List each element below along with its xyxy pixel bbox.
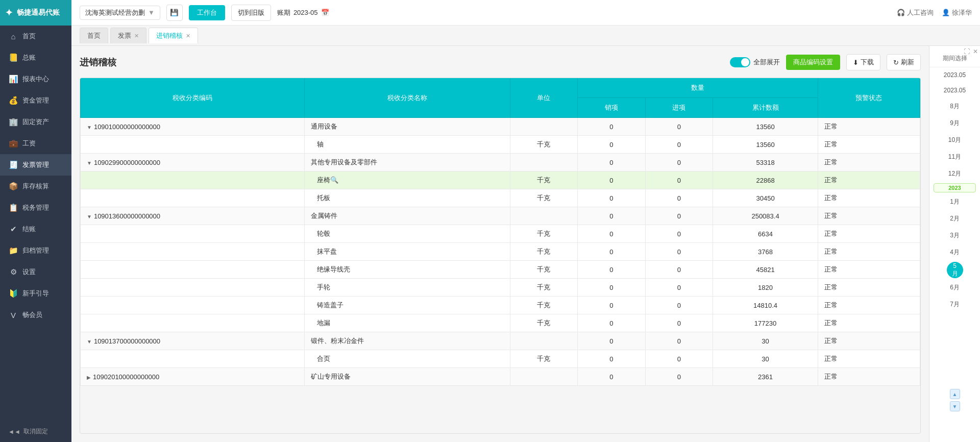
switch-version-button[interactable]: 切到旧版: [231, 5, 271, 21]
cell-purchase: 0: [645, 350, 713, 368]
invoice-icon: 🧾: [8, 160, 18, 169]
expand-all-toggle[interactable]: 全部展开: [730, 57, 780, 67]
tab-home-label: 首页: [87, 31, 101, 40]
sidebar-item-home[interactable]: ⌂ 首页: [0, 26, 71, 47]
cell-name: 轮毂: [305, 225, 510, 243]
th-sales: 销项: [578, 98, 645, 118]
tabbar: 首页 发票 ✕ 进销稽核 ✕: [71, 26, 980, 46]
funds-icon: 💰: [8, 96, 18, 105]
period-item-12[interactable]: 5月: [947, 262, 963, 278]
app-logo: ✦ 畅捷通易代账: [0, 0, 71, 26]
cell-sales: 0: [578, 243, 645, 261]
cell-unit: 千克: [510, 225, 577, 243]
cell-unit: 千克: [510, 350, 577, 368]
cell-status: 正常: [818, 314, 920, 332]
cell-unit: 千克: [510, 243, 577, 261]
close-panel-btn[interactable]: ✕: [973, 48, 978, 55]
cell-code: [81, 136, 305, 154]
cell-total: 30: [713, 350, 818, 368]
th-purchase: 进项: [645, 98, 713, 118]
cell-sales: 0: [578, 368, 645, 386]
period-item-3[interactable]: 9月: [929, 115, 980, 132]
period-item-10[interactable]: 3月: [929, 227, 980, 244]
cell-unit: [510, 368, 577, 386]
period-item-6[interactable]: 12月: [929, 165, 980, 182]
cell-name: 托板: [305, 189, 510, 207]
period-item-4[interactable]: 10月: [929, 132, 980, 149]
guide-icon: 🔰: [8, 289, 18, 298]
tab-home[interactable]: 首页: [80, 28, 108, 43]
workbench-button[interactable]: 工作台: [189, 5, 225, 20]
download-btn[interactable]: ⬇ 下载: [846, 54, 880, 70]
sidebar-item-salary[interactable]: 💼 工资: [0, 133, 71, 154]
cell-sales: 0: [578, 225, 645, 243]
period-item-7[interactable]: 2023: [934, 183, 976, 192]
search-icon[interactable]: 🔍: [330, 176, 338, 184]
sidebar-item-ledger[interactable]: 📒 总账: [0, 47, 71, 68]
period-item-11[interactable]: 4月: [929, 244, 980, 261]
sidebar-label-settings: 设置: [22, 267, 36, 277]
service-btn[interactable]: 🎧 人工咨询: [897, 8, 934, 17]
sidebar-item-reports[interactable]: 📊 报表中心: [0, 68, 71, 90]
cell-name: 锻件、粉末冶金件: [305, 332, 510, 350]
sidebar-item-inventory[interactable]: 📦 库存核算: [0, 176, 71, 197]
scroll-down-btn[interactable]: ▼: [950, 401, 960, 411]
tab-invoice-close[interactable]: ✕: [134, 33, 139, 39]
cell-total: 53318: [713, 154, 818, 171]
save-button[interactable]: 💾: [166, 5, 183, 21]
main-content: 沈海英测试经营勿删 ▼ 💾 工作台 切到旧版 账期 2023-05 📅 🎧 人工…: [71, 0, 980, 442]
user-menu[interactable]: 👤 徐泽华: [942, 8, 972, 17]
sidebar-item-archive[interactable]: 📁 归档管理: [0, 240, 71, 261]
tab-reconciliation[interactable]: 进销稽核 ✕: [149, 28, 198, 43]
cell-unit: 千克: [510, 136, 577, 154]
cell-code: [81, 225, 305, 243]
reports-icon: 📊: [8, 75, 18, 84]
tab-reconciliation-close[interactable]: ✕: [186, 33, 190, 39]
period-item-2[interactable]: 8月: [929, 98, 980, 115]
cell-unit: 千克: [510, 261, 577, 279]
period-item-9[interactable]: 2月: [929, 210, 980, 227]
sidebar-item-member[interactable]: V 畅会员: [0, 304, 71, 326]
period-item-1[interactable]: 2023.05: [929, 83, 980, 98]
scroll-up-btn[interactable]: ▲: [950, 389, 960, 399]
sidebar-item-funds[interactable]: 💰 资金管理: [0, 90, 71, 111]
toggle-switch[interactable]: [730, 57, 750, 67]
tab-invoice[interactable]: 发票 ✕: [110, 28, 146, 43]
cell-sales: 0: [578, 279, 645, 297]
cell-status: 正常: [818, 207, 920, 225]
refresh-btn[interactable]: ↻ 刷新: [887, 54, 921, 70]
period-item-0[interactable]: 2023.05: [929, 67, 980, 83]
sidebar-item-settings[interactable]: ⚙ 设置: [0, 261, 71, 283]
cell-unit: 千克: [510, 297, 577, 314]
topbar: 沈海英测试经营勿删 ▼ 💾 工作台 切到旧版 账期 2023-05 📅 🎧 人工…: [71, 0, 980, 26]
cell-status: 正常: [818, 368, 920, 386]
company-selector[interactable]: 沈海英测试经营勿删 ▼: [80, 6, 160, 20]
period-display: 账期 2023-05 📅: [277, 8, 329, 17]
cancel-pin-btn[interactable]: ◄◄ 取消固定: [0, 421, 71, 442]
sidebar-item-guide[interactable]: 🔰 新手引导: [0, 283, 71, 304]
cell-code: [81, 171, 305, 189]
cell-name: 抹平盘: [305, 243, 510, 261]
calendar-icon[interactable]: 📅: [321, 9, 329, 16]
page-actions: 全部展开 商品编码设置 ⬇ 下载 ↻ 刷新: [730, 54, 921, 70]
maximize-panel-btn[interactable]: ⛶: [964, 48, 970, 55]
period-item-5[interactable]: 11月: [929, 149, 980, 165]
page-title: 进销稽核: [80, 56, 116, 68]
cell-status: 正常: [818, 297, 920, 314]
period-item-13[interactable]: 6月: [929, 279, 980, 296]
sidebar-item-invoice[interactable]: 🧾 发票管理: [0, 154, 71, 176]
period-item-8[interactable]: 1月: [929, 193, 980, 210]
th-quantity: 数量: [578, 78, 818, 98]
ledger-icon: 📒: [8, 53, 18, 62]
cell-purchase: 0: [645, 243, 713, 261]
period-item-14[interactable]: 7月: [929, 296, 980, 313]
sidebar-item-tax[interactable]: 📋 税务管理: [0, 197, 71, 218]
sidebar-item-assets[interactable]: 🏢 固定资产: [0, 111, 71, 133]
cell-total: 13560: [713, 136, 818, 154]
product-code-btn[interactable]: 商品编码设置: [786, 55, 840, 70]
sidebar-item-checkout[interactable]: ✔ 结账: [0, 218, 71, 240]
company-name: 沈海英测试经营勿删: [85, 8, 145, 17]
cell-purchase: 0: [645, 171, 713, 189]
cell-total: 1820: [713, 279, 818, 297]
cell-code: [81, 261, 305, 279]
